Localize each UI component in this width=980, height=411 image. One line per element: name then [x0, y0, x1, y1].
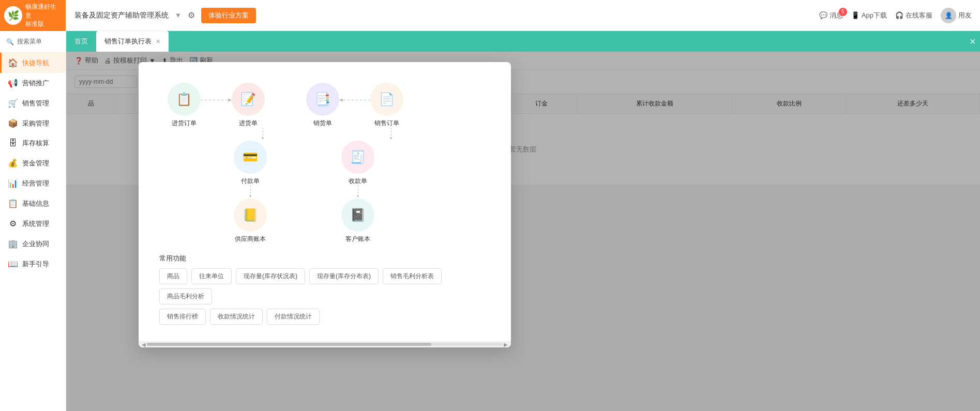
sidebar-search-area: 🔍 搜索菜单: [0, 31, 66, 53]
func-btn-1[interactable]: 往来单位: [191, 268, 232, 284]
flow-node-purchase-bill[interactable]: 📝 进货单: [232, 83, 265, 128]
payment-bill-icon: 💳: [234, 141, 267, 174]
tabbar: 首页 销售订单执行表 ✕ ✕: [66, 31, 980, 52]
purchase-icon: 📦: [8, 118, 18, 128]
sales-order-label: 销售订单: [374, 119, 399, 128]
scrollbar-thumb: [147, 343, 431, 346]
sidebar-item-system[interactable]: ⚙ 系统管理: [0, 214, 66, 234]
sidebar-item-label: 新手引导: [22, 260, 49, 269]
sidebar: 🌿 畅康通好生意 标准版 🔍 搜索菜单 🏠 快捷导航 📢 营销推广 🛒 销售管理…: [0, 0, 66, 411]
try-industry-button[interactable]: 体验行业方案: [201, 8, 256, 23]
tab-home[interactable]: 首页: [66, 31, 96, 52]
user-menu[interactable]: 👤 用友: [941, 8, 972, 23]
content-area: ❓ 帮助 🖨 按模板打印 ▼ ⬆ 导出 🔄 刷新 📅 单据状态: [66, 52, 980, 411]
message-button[interactable]: 💬 消息 5: [819, 11, 843, 20]
flow-node-receipt-bill[interactable]: 🧾 收款单: [341, 141, 374, 186]
search-menu-label: 搜索菜单: [17, 37, 42, 46]
tab-close-icon[interactable]: ✕: [156, 38, 160, 45]
customer-ledger-label: 客户账本: [345, 235, 370, 243]
sidebar-item-label: 系统管理: [22, 219, 49, 229]
flow-node-supplier-ledger[interactable]: 📒 供应商账本: [234, 199, 267, 243]
receipt-bill-label: 收款单: [349, 177, 367, 186]
func-btn-3[interactable]: 现存量(库存分布表): [309, 268, 379, 284]
home-icon: 🏠: [8, 58, 18, 68]
enterprise-icon: 🏢: [8, 239, 18, 249]
purchase-order-label: 进货订单: [172, 119, 197, 128]
sidebar-item-operations[interactable]: 📊 经营管理: [0, 173, 66, 193]
sales-bill-icon: 📑: [306, 83, 339, 116]
customer-ledger-icon: 📓: [341, 199, 374, 232]
scroll-right-arrow[interactable]: ▶: [503, 342, 509, 347]
app-download-label: App下载: [862, 11, 887, 20]
operations-icon: 📊: [8, 178, 18, 188]
func-btn-7[interactable]: 收款情况统计: [210, 309, 263, 325]
system-icon: ⚙: [8, 219, 18, 229]
receipt-bill-icon: 🧾: [341, 141, 374, 174]
topbar: 装备及固定资产辅助管理系统 ▼ ⚙ 体验行业方案 💬 消息 5 📱 App下载 …: [66, 0, 980, 31]
search-menu-button[interactable]: 🔍 搜索菜单: [4, 35, 62, 48]
online-service-button[interactable]: 🎧 在线客服: [895, 11, 932, 20]
modal-scrollbar: ◀ ▶: [139, 341, 511, 347]
sidebar-item-basic-info[interactable]: 📋 基础信息: [0, 193, 66, 214]
common-functions-title: 常用功能: [159, 254, 490, 263]
finance-icon: 💰: [8, 158, 18, 168]
guide-icon: 📖: [8, 259, 18, 269]
common-functions-section: 常用功能 商品 往来单位 现存量(库存状况表) 现存量(库存分布表) 销售毛利分…: [155, 254, 494, 325]
sidebar-item-inventory[interactable]: 🗄 库存核算: [0, 133, 66, 153]
sidebar-item-label: 资金管理: [22, 159, 49, 168]
flow-node-payment-bill[interactable]: 💳 付款单: [234, 141, 267, 186]
dropdown-icon[interactable]: ▼: [175, 11, 182, 19]
scrollbar-track[interactable]: [147, 343, 503, 346]
settings-icon[interactable]: ⚙: [188, 10, 195, 20]
sidebar-item-label: 快捷导航: [22, 58, 49, 68]
marketing-icon: 📢: [8, 78, 18, 88]
func-btn-5[interactable]: 商品毛利分析: [159, 288, 212, 305]
sidebar-item-label: 基础信息: [22, 199, 49, 208]
func-btn-8[interactable]: 付款情况统计: [267, 309, 320, 325]
inventory-icon: 🗄: [8, 139, 18, 148]
purchase-order-icon: 📋: [168, 83, 201, 116]
sidebar-item-sales[interactable]: 🛒 销售管理: [0, 93, 66, 113]
function-btn-group-1: 商品 往来单位 现存量(库存状况表) 现存量(库存分布表) 销售毛利分析表 商品…: [159, 268, 490, 305]
scroll-left-arrow[interactable]: ◀: [141, 342, 147, 347]
sidebar-item-guide[interactable]: 📖 新手引导: [0, 254, 66, 274]
supplier-ledger-label: 供应商账本: [235, 235, 266, 243]
sidebar-item-label: 经营管理: [22, 179, 49, 188]
func-btn-2[interactable]: 现存量(库存状况表): [236, 268, 305, 284]
sidebar-item-quick-nav[interactable]: 🏠 快捷导航: [0, 53, 66, 73]
message-icon: 💬: [819, 11, 827, 19]
tab-home-label: 首页: [74, 37, 88, 46]
sidebar-item-purchase[interactable]: 📦 采购管理: [0, 113, 66, 133]
supplier-ledger-icon: 📒: [234, 199, 267, 232]
logo-text: 畅康通好生意 标准版: [25, 3, 62, 28]
app-download-button[interactable]: 📱 App下载: [851, 11, 887, 20]
user-label: 用友: [958, 11, 972, 20]
main-content: 装备及固定资产辅助管理系统 ▼ ⚙ 体验行业方案 💬 消息 5 📱 App下载 …: [66, 0, 980, 411]
flow-node-purchase-order[interactable]: 📋 进货订单: [168, 83, 201, 128]
flow-node-customer-ledger[interactable]: 📓 客户账本: [341, 199, 374, 243]
modal-overlay: 📋 进货订单 ▶ 📝 进货单: [66, 52, 980, 411]
sidebar-item-label: 库存核算: [22, 139, 49, 148]
tab-sales-order-exec-label: 销售订单执行表: [104, 37, 152, 46]
modal-body: 📋 进货订单 ▶ 📝 进货单: [139, 62, 511, 341]
sidebar-item-finance[interactable]: 💰 资金管理: [0, 153, 66, 173]
function-btn-group-2: 销售排行榜 收款情况统计 付款情况统计: [159, 309, 490, 325]
sidebar-item-label: 企业协同: [22, 239, 49, 249]
func-btn-6[interactable]: 销售排行榜: [159, 309, 206, 325]
func-btn-0[interactable]: 商品: [159, 268, 187, 284]
sidebar-item-marketing[interactable]: 📢 营销推广: [0, 73, 66, 93]
online-service-label: 在线客服: [906, 11, 932, 20]
avatar: 👤: [941, 8, 956, 23]
close-all-icon[interactable]: ✕: [969, 37, 976, 46]
purchase-bill-icon: 📝: [232, 83, 265, 116]
system-title: 装备及固定资产辅助管理系统: [74, 11, 169, 20]
message-badge: 5: [839, 8, 847, 16]
tab-sales-order-exec[interactable]: 销售订单执行表 ✕: [96, 31, 169, 52]
basic-info-icon: 📋: [8, 199, 18, 208]
service-icon: 🎧: [895, 11, 903, 19]
sidebar-item-enterprise[interactable]: 🏢 企业协同: [0, 234, 66, 254]
sidebar-item-label: 营销推广: [22, 79, 49, 88]
flow-node-sales-order[interactable]: 📄 销售订单: [370, 83, 403, 128]
flow-node-sales-bill[interactable]: 📑 销货单: [306, 83, 339, 128]
func-btn-4[interactable]: 销售毛利分析表: [383, 268, 442, 284]
